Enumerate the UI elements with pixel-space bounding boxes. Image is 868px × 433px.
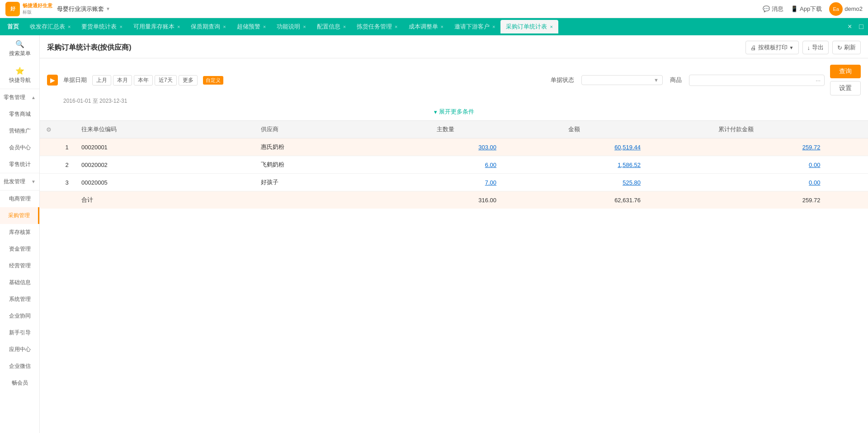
paid-amount-column-header: 累计付款金额 xyxy=(646,121,826,138)
user-area[interactable]: Ea demo2 xyxy=(829,2,863,16)
workspace-selector[interactable]: 母婴行业演示账套 ▼ xyxy=(57,5,110,13)
refresh-button[interactable]: ↻ 刷新 xyxy=(832,41,861,54)
dropdown-icon: ▼ xyxy=(789,45,794,50)
sidebar-item-app-center[interactable]: 应用中心 xyxy=(0,341,39,358)
expand-icon: ▾ xyxy=(434,109,437,115)
chevron-down-icon: ▼ xyxy=(654,77,659,83)
close-tab-icon[interactable]: × xyxy=(395,24,397,29)
more-icon: ··· xyxy=(816,77,821,84)
sidebar-item-marketing[interactable]: 营销推广 xyxy=(0,123,39,139)
sidebar-item-purchase[interactable]: 采购管理 xyxy=(0,207,39,224)
date-btn-7days[interactable]: 近7天 xyxy=(155,75,177,86)
close-tab-icon[interactable]: × xyxy=(263,24,266,29)
sidebar-item-newbie[interactable]: 新手引导 xyxy=(0,324,39,341)
tab-shelf-life[interactable]: 保质期查询 × xyxy=(185,20,231,33)
tab-overstock[interactable]: 超储预警 × xyxy=(231,20,271,33)
table-footer-row: 合计 316.00 62,631.76 259.72 xyxy=(40,191,868,209)
table-row: 2 00020002 飞鹤奶粉 6.00 1,586.52 0.00 xyxy=(40,156,868,174)
column-settings-icon[interactable]: ⚙ xyxy=(46,126,52,133)
row-amount[interactable]: 525.80 xyxy=(502,174,646,191)
footer-quantity: 316.00 xyxy=(390,191,502,209)
close-tab-icon[interactable]: × xyxy=(343,24,346,29)
close-tab-icon[interactable]: × xyxy=(492,24,495,29)
date-range-display: 2016-01-01 至 2023-12-31 xyxy=(63,97,861,105)
sidebar-item-enterprise[interactable]: 企业协同 xyxy=(0,308,39,324)
date-btn-this-month[interactable]: 本月 xyxy=(113,75,132,86)
star-icon: ⭐ xyxy=(15,67,24,75)
tab-home[interactable]: 首页 xyxy=(2,20,24,33)
footer-label: 合计 xyxy=(76,191,390,209)
tab-cost-adjust[interactable]: 成本调整单 × xyxy=(403,20,449,33)
window-close-button[interactable]: × xyxy=(845,22,854,32)
filter-toggle-button[interactable]: ▶ xyxy=(47,75,58,86)
sidebar-item-wechat[interactable]: 企业微信 xyxy=(0,358,39,375)
filter-area: ▶ 单据日期 上月 本月 本年 近7天 更多 自定义 单据状态 ▼ xyxy=(40,58,868,121)
page-actions: 🖨 按模板打印 ▼ ↓ 导出 ↻ 刷新 xyxy=(745,41,861,54)
message-button[interactable]: 💬 消息 xyxy=(763,5,783,13)
page-title: 采购订单统计表(按供应商) xyxy=(47,43,132,52)
tab-available-stock[interactable]: 可用量库存账本 × xyxy=(128,20,185,33)
date-label: 单据日期 xyxy=(63,76,87,84)
row-extra xyxy=(826,174,868,191)
settings-button[interactable]: 设置 xyxy=(830,81,861,95)
sidebar-item-inventory[interactable]: 库存核算 xyxy=(0,224,39,241)
tab-purchase-order-stat[interactable]: 采购订单统计表 × xyxy=(500,20,558,33)
sidebar-item-retail[interactable]: 零售管理 ▲ xyxy=(0,89,39,106)
close-tab-icon[interactable]: × xyxy=(223,24,226,29)
close-tab-icon[interactable]: × xyxy=(119,24,122,29)
row-paid-amount[interactable]: 0.00 xyxy=(646,156,826,174)
date-btn-more[interactable]: 更多 xyxy=(179,75,198,86)
sidebar-item-search[interactable]: 🔍 搜索菜单 xyxy=(0,35,39,62)
row-paid-amount[interactable]: 0.00 xyxy=(646,174,826,191)
date-btn-this-year[interactable]: 本年 xyxy=(134,75,153,86)
tab-config-info[interactable]: 配置信息 × xyxy=(311,20,351,33)
expand-conditions-button[interactable]: ▾ 展开更多条件 xyxy=(434,108,474,116)
sidebar-item-ecommerce[interactable]: 电商管理 xyxy=(0,190,39,207)
row-index: 1 xyxy=(58,138,76,156)
close-tab-active-icon[interactable]: × xyxy=(550,24,552,29)
close-tab-icon[interactable]: × xyxy=(303,24,306,29)
tab-function-desc[interactable]: 功能说明 × xyxy=(271,20,311,33)
printer-icon: 🖨 xyxy=(750,44,756,51)
index-column-header xyxy=(58,121,76,138)
close-tab-icon[interactable]: × xyxy=(177,24,180,29)
logo-text: 畅捷通好生意 标版 xyxy=(23,2,52,15)
row-settings xyxy=(40,174,58,191)
close-tab-icon[interactable]: × xyxy=(68,24,71,29)
sidebar-item-finance[interactable]: 资金管理 xyxy=(0,241,39,257)
sidebar-item-retail-mall[interactable]: 零售商城 xyxy=(0,106,39,123)
sidebar-item-operation[interactable]: 经营管理 xyxy=(0,257,39,274)
sidebar-item-wholesale[interactable]: 批发管理 ▼ xyxy=(0,173,39,190)
row-index: 3 xyxy=(58,174,76,191)
sidebar-item-shortcut[interactable]: ⭐ 快捷导航 xyxy=(0,62,39,89)
date-btn-last-month[interactable]: 上月 xyxy=(92,75,111,86)
row-amount[interactable]: 60,519.44 xyxy=(502,138,646,156)
status-select[interactable]: ▼ xyxy=(581,75,663,85)
goods-input[interactable]: ··· xyxy=(689,75,825,86)
tab-order-stat[interactable]: 要货单统计表 × xyxy=(76,20,127,33)
row-settings xyxy=(40,156,58,174)
row-paid-amount[interactable]: 259.72 xyxy=(646,138,826,156)
row-amount[interactable]: 1,586.52 xyxy=(502,156,646,174)
window-maximize-button[interactable]: □ xyxy=(856,22,866,32)
chevron-up-icon: ▲ xyxy=(31,95,36,100)
row-quantity[interactable]: 6.00 xyxy=(390,156,502,174)
tab-pick-task[interactable]: 拣货任务管理 × xyxy=(351,20,403,33)
sidebar-item-retail-stat[interactable]: 零售统计 xyxy=(0,156,39,173)
footer-index xyxy=(58,191,76,209)
query-button[interactable]: 查询 xyxy=(830,65,861,78)
row-quantity[interactable]: 303.00 xyxy=(390,138,502,156)
app-download-button[interactable]: 📱 App下载 xyxy=(791,5,822,13)
row-quantity[interactable]: 7.00 xyxy=(390,174,502,191)
table-container: ⚙ 往来单位编码 供应商 主数量 金额 累计付款金额 1 xyxy=(40,121,868,433)
tab-invite-customer[interactable]: 邀请下游客户 × xyxy=(449,20,500,33)
sidebar-item-member[interactable]: 会员中心 xyxy=(0,139,39,156)
sidebar-item-basic-info[interactable]: 基础信息 xyxy=(0,274,39,291)
export-button[interactable]: ↓ 导出 xyxy=(802,41,829,54)
tab-receipt-summary[interactable]: 收发存汇总表 × xyxy=(24,20,76,33)
query-buttons: 查询 设置 xyxy=(830,63,861,97)
sidebar-item-system[interactable]: 系统管理 xyxy=(0,291,39,308)
sidebar-item-chang-member[interactable]: 畅会员 xyxy=(0,375,39,391)
template-print-button[interactable]: 🖨 按模板打印 ▼ xyxy=(745,41,799,54)
close-tab-icon[interactable]: × xyxy=(441,24,443,29)
